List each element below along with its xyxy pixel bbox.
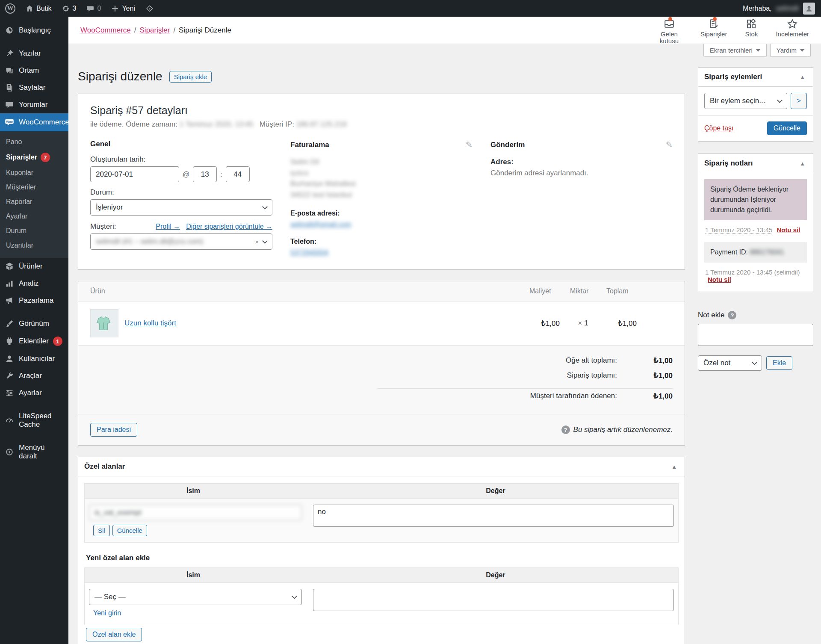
col-value: Değer — [313, 484, 678, 498]
billing-line-redacted: 34522 test İstanbul — [290, 189, 473, 201]
new-content-menu[interactable]: Yeni — [106, 0, 140, 17]
billing-email-redacted[interactable]: selimdil@gmail.com — [290, 221, 351, 228]
svg-text:Woo: Woo — [6, 120, 13, 124]
submenu-item-dashboard[interactable]: Pano — [0, 135, 68, 149]
update-order-button[interactable]: Güncelle — [767, 121, 807, 135]
update-field-button[interactable]: Güncelle — [112, 525, 147, 536]
submenu-item-extensions[interactable]: Uzantılar — [0, 238, 68, 253]
sidebar-item-appearance[interactable]: Görünüm — [0, 315, 68, 332]
submenu-item-orders[interactable]: Siparişler 7 — [0, 149, 68, 165]
wordpress-logo-icon: W — [5, 3, 15, 14]
breadcrumb-woocommerce-link[interactable]: WooCommerce — [80, 26, 131, 34]
note-type-select[interactable]: Özel not — [698, 355, 762, 371]
new-field-value-textarea[interactable] — [313, 589, 674, 611]
sidebar-item-label: Başlangıç — [19, 26, 51, 35]
updates-link[interactable]: 3 — [57, 0, 82, 17]
add-note-button[interactable]: Ekle — [766, 356, 792, 370]
user-icon — [4, 354, 15, 363]
apply-action-button[interactable]: > — [791, 93, 807, 109]
sidebar-item-collapse-menu[interactable]: Menüyü daralt — [0, 439, 68, 465]
enter-new-link[interactable]: Yeni girin — [93, 609, 121, 617]
submenu-item-reports[interactable]: Raporlar — [0, 195, 68, 209]
site-name: Butik — [36, 5, 52, 12]
customer-label: Müşteri: — [90, 222, 116, 231]
payment-time-redacted: 1 Temmuz 2020, 13:45 — [180, 120, 254, 128]
site-link[interactable]: Butik — [21, 0, 57, 17]
note-date[interactable]: 1 Temmuz 2020 - 13:45 — [705, 269, 772, 276]
sidebar-item-tools[interactable]: Araçlar — [0, 367, 68, 384]
help-tab[interactable]: Yardım — [770, 44, 811, 57]
sidebar-item-plugins[interactable]: Eklentiler 1 — [0, 332, 68, 350]
submenu-item-coupons[interactable]: Kuponlar — [0, 165, 68, 180]
sidebar-item-analytics[interactable]: Analiz — [0, 275, 68, 292]
sidebar-item-woocommerce[interactable]: Woo WooCommerce — [0, 113, 68, 131]
minute-input[interactable] — [226, 166, 250, 182]
sidebar-item-label: Araçlar — [19, 372, 42, 380]
order-total-label: Sipariş toplamı: — [567, 371, 617, 380]
sidebar-item-comments[interactable]: Yorumlar — [0, 96, 68, 113]
delete-note-link[interactable]: Notu sil — [777, 226, 800, 233]
custom-field-name-input-redacted[interactable] — [89, 505, 302, 520]
sidebar-item-posts[interactable]: Yazılar — [0, 45, 68, 62]
customer-select[interactable]: selimdil (#1 – selim.dil@ycs.com) × — [90, 233, 272, 250]
custom-field-value-textarea[interactable]: no — [313, 505, 674, 527]
speedometer-icon — [4, 416, 15, 425]
order-action-select[interactable]: Bir eylem seçin... — [704, 93, 787, 109]
username-redacted[interactable]: selimdil — [776, 5, 799, 12]
submenu-item-customers[interactable]: Müşteriler — [0, 180, 68, 195]
collapse-toggle-icon[interactable]: ▲ — [670, 464, 679, 470]
wordpress-menu[interactable]: W — [0, 0, 21, 17]
sidebar-item-products[interactable]: Ürünler — [0, 258, 68, 275]
edit-shipping-pencil-icon[interactable]: ✎ — [666, 140, 673, 150]
delete-field-button[interactable]: Sil — [93, 525, 110, 536]
activity-inbox-button[interactable]: Gelen kutusu — [656, 18, 682, 45]
product-name-link[interactable]: Uzun kollu tişört — [124, 319, 176, 328]
billing-phone-redacted[interactable]: 5372940004 — [290, 249, 328, 256]
delete-note-link[interactable]: Notu sil — [708, 276, 731, 283]
help-icon[interactable]: ? — [728, 311, 736, 319]
sidebar-item-pages[interactable]: Sayfalar — [0, 79, 68, 96]
chevron-down-icon — [262, 204, 268, 210]
customer-other-orders-link[interactable]: Diğer siparişleri görüntüle → — [186, 223, 272, 230]
hour-input[interactable] — [193, 166, 217, 182]
order-status-select[interactable]: İşleniyor — [90, 199, 272, 216]
sidebar-item-litespeed[interactable]: LiteSpeed Cache — [0, 408, 68, 433]
date-created-input[interactable] — [90, 166, 179, 182]
add-order-button[interactable]: Sipariş ekle — [169, 71, 212, 83]
comments-count: 0 — [97, 5, 101, 12]
note-meta: 1 Temmuz 2020 - 13:45 Notu sil — [705, 226, 806, 233]
add-custom-field-button[interactable]: Özel alan ekle — [86, 628, 142, 641]
sidebar-item-settings[interactable]: Ayarlar — [0, 384, 68, 402]
sidebar-item-media[interactable]: Ortam — [0, 62, 68, 79]
collapse-toggle-icon[interactable]: ▲ — [798, 160, 807, 167]
status-label: Durum: — [90, 188, 272, 197]
sidebar-item-label: Pazarlama — [19, 296, 53, 305]
help-icon[interactable]: ? — [561, 425, 570, 434]
add-note-textarea[interactable] — [698, 324, 813, 346]
customer-profile-link[interactable]: Profil → — [156, 223, 180, 230]
breadcrumb-orders-link[interactable]: Siparişler — [140, 26, 170, 34]
screen-options-tab[interactable]: Ekran tercihleri — [703, 44, 767, 57]
unread-dot — [713, 17, 717, 21]
sidebar-item-marketing[interactable]: Pazarlama — [0, 292, 68, 309]
move-to-trash-link[interactable]: Çöpe taşı — [704, 124, 733, 132]
submenu-item-settings[interactable]: Ayarlar — [0, 209, 68, 224]
activity-reviews-button[interactable]: İncelemeler — [776, 18, 809, 38]
avatar[interactable] — [803, 3, 815, 15]
clear-selection-icon[interactable]: × — [255, 238, 259, 245]
collapse-toggle-icon[interactable]: ▲ — [798, 74, 807, 80]
submenu-item-status[interactable]: Durum — [0, 224, 68, 238]
new-field-name-select[interactable]: — Seç — — [89, 589, 302, 605]
refund-button[interactable]: Para iadesi — [90, 423, 137, 437]
sidebar-item-users[interactable]: Kullanıcılar — [0, 350, 68, 367]
activity-orders-button[interactable]: Siparişler — [700, 18, 727, 38]
comments-link[interactable]: 0 — [81, 0, 106, 17]
order-data-panel: Sipariş #57 detayları ile ödeme. Ödeme z… — [78, 94, 685, 270]
note-date[interactable]: 1 Temmuz 2020 - 13:45 — [705, 226, 772, 234]
col-product: Ürün — [78, 281, 524, 301]
sidebar-item-dashboard[interactable]: Başlangıç — [0, 22, 68, 39]
activity-stock-button[interactable]: Stok — [745, 18, 758, 38]
edit-billing-pencil-icon[interactable]: ✎ — [466, 140, 473, 150]
litespeed-adminbar-menu[interactable] — [140, 0, 159, 17]
custom-fields-title: Özel alanlar — [84, 462, 125, 471]
